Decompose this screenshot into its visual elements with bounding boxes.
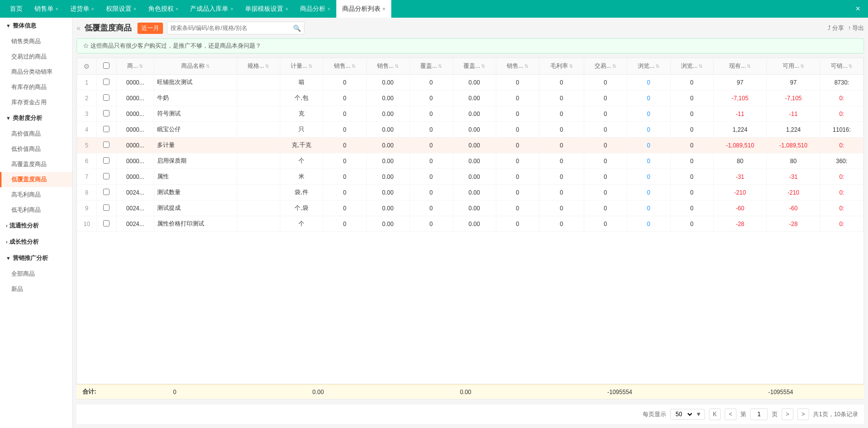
col-cov2[interactable]: 覆盖...⇅ xyxy=(453,58,496,75)
row-checkbox[interactable] xyxy=(103,126,109,132)
sidebar-item-low-coverage[interactable]: 低覆盖度商品 xyxy=(0,172,72,187)
page-number-input[interactable] xyxy=(750,408,768,420)
cell-browse1[interactable]: 0 xyxy=(627,169,670,185)
sidebar-item-sales-goods[interactable]: 销售类商品 xyxy=(0,34,72,49)
cell-browse1[interactable]: 0 xyxy=(627,200,670,216)
browse-link[interactable]: 0 xyxy=(647,173,651,180)
nav-purchase[interactable]: 进货单× xyxy=(64,0,100,18)
table-container[interactable]: ⚙ 商...⇅ 商品名称⇅ 规格...⇅ 计量...⇅ 销售...⇅ 销售...… xyxy=(77,57,864,384)
nav-analysis[interactable]: 商品分析× xyxy=(294,0,336,18)
row-checkbox[interactable] xyxy=(103,110,109,116)
cell-browse1[interactable]: 0 xyxy=(627,153,670,169)
cell-checkbox[interactable] xyxy=(97,122,116,138)
browse-link[interactable]: 0 xyxy=(647,205,651,212)
nav-templates-close[interactable]: × xyxy=(285,6,288,12)
sidebar-item-low-profit[interactable]: 低毛利商品 xyxy=(0,202,72,218)
sidebar-item-all-goods[interactable]: 全部商品 xyxy=(0,266,72,282)
search-input[interactable] xyxy=(170,25,293,31)
row-checkbox[interactable] xyxy=(103,79,109,85)
page-size-select[interactable]: 50 20 100 200 ▼ xyxy=(670,409,705,420)
cell-browse1[interactable]: 0 xyxy=(627,75,670,90)
export-button[interactable]: ↑ 导出 xyxy=(848,24,864,32)
sidebar-item-high-coverage[interactable]: 高覆盖度商品 xyxy=(0,157,72,172)
cell-checkbox[interactable] xyxy=(97,216,116,232)
nav-home[interactable]: 首页 xyxy=(4,0,28,18)
row-checkbox[interactable] xyxy=(103,173,109,179)
nav-analysis-close[interactable]: × xyxy=(327,6,330,12)
cell-browse1[interactable]: 0 xyxy=(627,90,670,106)
browse-link[interactable]: 0 xyxy=(647,79,651,86)
col-unit[interactable]: 计量...⇅ xyxy=(280,58,323,75)
col-browse1[interactable]: 浏览...⇅ xyxy=(627,58,670,75)
col-checkbox[interactable] xyxy=(97,58,116,75)
sidebar-section-growth[interactable]: › 成长性分析 xyxy=(0,234,72,250)
col-available[interactable]: 可用...⇅ xyxy=(767,58,820,75)
col-browse2[interactable]: 浏览...⇅ xyxy=(670,58,713,75)
cell-checkbox[interactable] xyxy=(97,75,116,90)
sidebar-item-stocked[interactable]: 有库存的商品 xyxy=(0,80,72,95)
sidebar-item-high-profit[interactable]: 高毛利商品 xyxy=(0,187,72,202)
search-icon[interactable]: 🔍 xyxy=(293,25,301,32)
nav-permissions-close[interactable]: × xyxy=(134,6,136,12)
col-name[interactable]: 商品名称⇅ xyxy=(154,58,237,75)
page-size-dropdown[interactable]: 50 20 100 200 xyxy=(674,410,694,418)
browse-link[interactable]: 0 xyxy=(647,142,651,149)
next-page-button[interactable]: > xyxy=(782,408,793,420)
col-trade[interactable]: 交易...⇅ xyxy=(584,58,627,75)
cell-browse1[interactable]: 0 xyxy=(627,216,670,232)
nav-analysis-list[interactable]: 商品分析列表× xyxy=(336,0,391,18)
row-checkbox[interactable] xyxy=(103,142,109,148)
browse-link[interactable]: 0 xyxy=(647,189,651,196)
nav-close-all[interactable]: × xyxy=(852,4,864,13)
row-checkbox[interactable] xyxy=(103,220,109,227)
col-current[interactable]: 现有...⇅ xyxy=(713,58,767,75)
period-button[interactable]: 近一月 xyxy=(137,23,163,34)
row-checkbox[interactable] xyxy=(103,204,109,211)
settings-icon[interactable]: ⚙ xyxy=(83,62,90,70)
nav-roles-close[interactable]: × xyxy=(176,6,179,12)
nav-roles[interactable]: 角色授权× xyxy=(142,0,185,18)
col-sales-c[interactable]: 销售...⇅ xyxy=(496,58,539,75)
nav-products[interactable]: 产成品入库单× xyxy=(184,0,239,18)
prev-page-button[interactable]: < xyxy=(725,408,736,420)
sidebar-section-marketing[interactable]: ▼ 营销推广分析 xyxy=(0,250,72,266)
col-settings[interactable]: ⚙ xyxy=(77,58,97,75)
col-saleable[interactable]: 可销...⇅ xyxy=(820,58,863,75)
browse-link[interactable]: 0 xyxy=(647,221,651,228)
col-code[interactable]: 商...⇅ xyxy=(116,58,154,75)
cell-checkbox[interactable] xyxy=(97,169,116,185)
sidebar-item-low-value[interactable]: 低价值商品 xyxy=(0,142,72,157)
first-page-button[interactable]: K xyxy=(709,408,721,420)
cell-checkbox[interactable] xyxy=(97,106,116,122)
browse-link[interactable]: 0 xyxy=(647,95,651,102)
row-checkbox[interactable] xyxy=(103,94,109,101)
sidebar-section-overall[interactable]: ▼ 整体信息 xyxy=(0,18,72,34)
nav-sales-close[interactable]: × xyxy=(55,6,58,12)
sidebar-section-dimension[interactable]: ▼ 类射度分析 xyxy=(0,110,72,126)
row-checkbox[interactable] xyxy=(103,157,109,164)
row-checkbox[interactable] xyxy=(103,189,109,195)
col-gross[interactable]: 毛利率⇅ xyxy=(539,58,584,75)
cell-browse1[interactable]: 0 xyxy=(627,185,670,200)
last-page-button[interactable]: > xyxy=(797,408,809,420)
nav-products-close[interactable]: × xyxy=(230,6,233,12)
col-cov1[interactable]: 覆盖...⇅ xyxy=(409,58,453,75)
browse-link[interactable]: 0 xyxy=(647,158,651,165)
browse-link[interactable]: 0 xyxy=(647,126,651,133)
select-all-checkbox[interactable] xyxy=(103,62,109,69)
sidebar-item-traded-goods[interactable]: 交易过的商品 xyxy=(0,49,72,64)
browse-link[interactable]: 0 xyxy=(647,111,651,117)
sidebar-item-new-goods[interactable]: 新品 xyxy=(0,282,72,297)
share-button[interactable]: ⤴ 分享 xyxy=(828,24,844,32)
sidebar-item-turnover[interactable]: 商品分类动销率 xyxy=(0,64,72,80)
sidebar-item-high-value[interactable]: 高价值商品 xyxy=(0,126,72,142)
cell-browse1[interactable]: 0 xyxy=(627,138,670,153)
sidebar-section-liquidity[interactable]: › 流通性分析 xyxy=(0,218,72,234)
nav-templates[interactable]: 单据模板设置× xyxy=(239,0,294,18)
col-sales-qty[interactable]: 销售...⇅ xyxy=(323,58,366,75)
col-sales-amt[interactable]: 销售...⇅ xyxy=(366,58,409,75)
cell-checkbox[interactable] xyxy=(97,138,116,153)
nav-purchase-close[interactable]: × xyxy=(91,6,94,12)
nav-permissions[interactable]: 权限设置× xyxy=(100,0,142,18)
col-spec[interactable]: 规格...⇅ xyxy=(237,58,280,75)
